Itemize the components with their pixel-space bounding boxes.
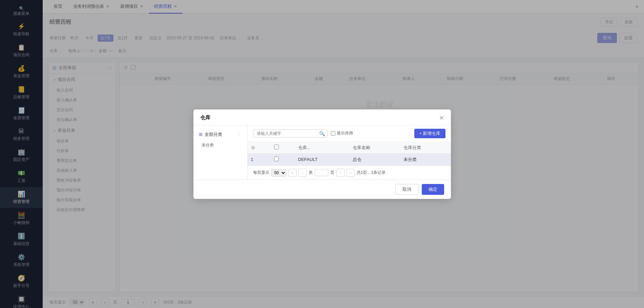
modal-prev-page-btn[interactable]: ‹ [298, 169, 307, 177]
modal-search-input[interactable] [253, 129, 328, 138]
modal-col-category: 仓库分类 [400, 142, 451, 154]
modal-page-number-input[interactable]: 1 [315, 169, 328, 176]
modal-pagination: 每页显示 50 « ‹ 第 1 页 › » 共1页，1条记录 [248, 166, 451, 180]
modal-row-checkbox[interactable] [274, 157, 279, 161]
modal-next-page-btn[interactable]: › [336, 169, 345, 177]
modal-header: 仓库 ✕ [193, 109, 451, 125]
modal-col-checkbox [271, 142, 295, 154]
modal-first-page-btn[interactable]: « [288, 169, 296, 177]
modal-search-icon[interactable]: 🔍 [319, 131, 325, 136]
modal-category-unclassified[interactable]: 未分类 [193, 140, 247, 150]
grid-icon-modal: ⊞ [199, 132, 203, 137]
modal-table-select-all[interactable] [274, 145, 279, 149]
modal-row-name: 总仓 [349, 153, 400, 165]
modal-table-row[interactable]: 1 DEFAULT 总仓 未分类 [248, 153, 451, 165]
modal-cancel-button[interactable]: 取消 [395, 184, 418, 195]
modal-warehouse-table: ⚙ 仓库... 仓库名称 仓库分类 [248, 142, 451, 166]
modal-confirm-button[interactable]: 确定 [422, 184, 444, 195]
modal-table-header-row: ⚙ 仓库... 仓库名称 仓库分类 [248, 142, 451, 154]
collapse-icon-modal[interactable]: 》 [237, 131, 242, 138]
modal-page-suffix: 页 [330, 170, 334, 176]
modal-per-page-label: 每页显示 [253, 170, 269, 176]
modal-last-page-btn[interactable]: » [347, 169, 355, 177]
modal-category-panel: ⊞ 全部分类 》 未分类 [193, 125, 248, 180]
modal-page-label: 第 [309, 170, 313, 176]
add-warehouse-button[interactable]: + 新增仓库 [414, 129, 445, 138]
modal-per-page-select[interactable]: 50 [271, 169, 286, 177]
modal-category-all[interactable]: ⊞ 全部分类 》 [193, 129, 247, 140]
modal-col-settings: ⚙ [248, 142, 271, 154]
modal-row-id: 1 [248, 153, 271, 165]
modal-title-text: 仓库 [200, 115, 210, 121]
modal-row-category: 未分类 [400, 153, 451, 165]
modal-col-code: 仓库... [295, 142, 349, 154]
modal-show-disabled-label: 显示停用 [331, 130, 353, 136]
modal-show-disabled-checkbox[interactable] [331, 131, 335, 136]
modal-overlay: 仓库 ✕ ⊞ 全部分类 》 未分类 🔍 [0, 0, 644, 308]
modal-body: ⊞ 全部分类 》 未分类 🔍 显示停用 [193, 125, 451, 180]
modal-right-panel: 🔍 显示停用 + 新增仓库 ⚙ [248, 125, 451, 180]
modal-row-checkbox-cell [271, 153, 295, 165]
modal-table-wrapper: ⚙ 仓库... 仓库名称 仓库分类 [248, 142, 451, 166]
modal-col-name: 仓库名称 [349, 142, 400, 154]
modal-search-wrapper: 🔍 [253, 129, 328, 138]
modal-gear-icon[interactable]: ⚙ [251, 145, 255, 150]
modal-close-btn[interactable]: ✕ [439, 114, 444, 122]
modal-total-label: 共1页，1条记录 [357, 170, 386, 176]
modal-footer: 取消 确定 [193, 180, 451, 199]
modal-row-code: DEFAULT [295, 153, 349, 165]
modal-toolbar: 🔍 显示停用 + 新增仓库 [248, 125, 451, 142]
warehouse-modal: 仓库 ✕ ⊞ 全部分类 》 未分类 🔍 [193, 109, 451, 199]
